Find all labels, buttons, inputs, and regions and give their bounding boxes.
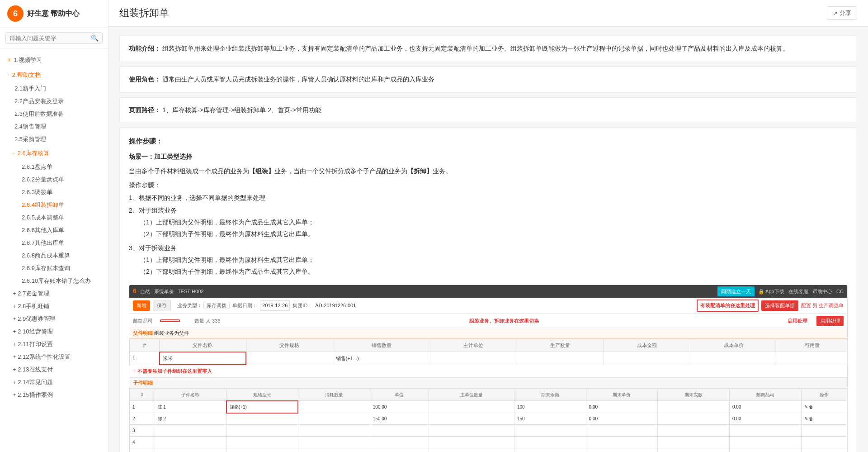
sim-th-parent-name: 父件名称	[160, 339, 246, 352]
sidebar-item-coupon[interactable]: + 2.9优惠券管理	[0, 313, 108, 325]
path-text: 1、库存核算->库存管理->组装拆卸单 2、首页->常用功能	[162, 106, 321, 114]
share-label: 分享	[840, 9, 851, 17]
step1: 1、根据不同的业务，选择不同单据的类型来处理	[129, 193, 848, 204]
sidebar-item-purchase[interactable]: 2.5采购管理	[0, 133, 108, 146]
sidebar-item-custom[interactable]: + 2.12系统个性化设置	[0, 351, 108, 363]
sim-form-type-val: 库存调拨	[203, 302, 230, 309]
sim-date-val: 2019-12-26	[260, 300, 290, 311]
sidebar-item-transfer[interactable]: 2.6.3调拨单	[0, 186, 108, 199]
sim-choose-btn: 选择装配单据	[761, 300, 798, 311]
sim-title: 自然 系统单价	[140, 287, 174, 296]
sidebar-item-cases[interactable]: + 2.15操作案例	[0, 389, 108, 401]
scene-desc: 当由多个子件材料组装成一个成品的业务为【组装】业务，当由一个父件拆分成多个子产品…	[129, 166, 848, 177]
sim-group-label: 集团ID：	[292, 301, 312, 310]
sim-annotation-3: 启用处理	[788, 317, 807, 325]
sidebar-item-other-out[interactable]: 2.6.7其他出库单	[0, 237, 108, 249]
step3: 3、对于拆装业务	[129, 243, 848, 254]
sim-store-id: TEST-H002	[178, 287, 203, 296]
role-label: 使用角色：	[129, 76, 160, 83]
intro-card: 功能介绍： 组装拆卸单用来处理企业组装或拆卸等加工业务，支持有固定装配清单的产品…	[119, 36, 857, 62]
intro-text: 组装拆卸单用来处理企业组装或拆卸等加工业务，支持有固定装配清单的产品加工业务，也…	[162, 45, 789, 52]
sidebar-item-sales[interactable]: 2.4销售管理	[0, 120, 108, 133]
sidebar-item-cost-recalc[interactable]: 2.6.8商品成本重算	[0, 249, 108, 262]
intro-label: 功能介绍：	[129, 45, 160, 52]
sidebar-item-video-learning[interactable]: + 1.视频学习	[0, 52, 108, 67]
sim-th-unit-cost: 成本单价	[690, 339, 777, 352]
table-row: 1 米米 销售(+1...)	[130, 352, 847, 365]
sim-annotation-1: 有装配清单的在这里处理	[697, 300, 759, 312]
expand-icon: +	[7, 55, 11, 65]
sim-btn-save: 保存	[153, 300, 171, 311]
sim-new-btn: 同期建立一天	[717, 286, 755, 297]
sidebar-item-data-prep[interactable]: 2.3使用前数据准备	[0, 108, 108, 120]
sidebar-item-install[interactable]: 2.2产品安装及登录	[0, 95, 108, 108]
sim-sublabel: 邮筒品司	[133, 317, 153, 325]
sidebar-item-beginner[interactable]: 2.1新手入门	[0, 82, 108, 95]
role-text: 通常由生产人员或库管人员完成拆装业务的操作，库管人员确认原材料的出库和产成品的入…	[162, 76, 434, 83]
search-box: 🔍	[0, 28, 108, 49]
sidebar-item-finance[interactable]: + 2.7资金管理	[0, 287, 108, 300]
sidebar-item-mobile[interactable]: + 2.8手机旺铺	[0, 300, 108, 313]
main-header: 组装拆卸单 ↗ 分享	[108, 0, 868, 27]
sim-sub-input	[160, 319, 180, 322]
sidebar-item-stocktake[interactable]: 2.6.1盘点单	[0, 161, 108, 173]
app-title: 好生意 帮助中心	[27, 9, 80, 19]
sim-th: #	[130, 339, 160, 352]
steps-card: 操作步骤： 场景一：加工类型选择 当由多个子件材料组装成一个成品的业务为【组装】…	[119, 128, 857, 452]
sidebar-item-cost-adjust[interactable]: 2.6.5成本调整单	[0, 211, 108, 224]
sidebar-item-help-docs[interactable]: - 2.帮助文档	[0, 67, 108, 82]
annotation-4-label: 不需要添加子件组织在这里置零入	[137, 367, 212, 376]
sim-annotation-area: ↑ 不需要添加子件组织在这里置零入	[129, 365, 847, 377]
sim-screenshot: 6 自然 系统单价 TEST-H002 同期建立一天 🔒 App下载 在线客服 …	[129, 285, 847, 452]
table-row: 1 陈 1 规格(+1) 100.00 100 0.00 0.00 ✎ �	[130, 401, 847, 413]
share-icon: ↗	[833, 10, 838, 17]
sidebar-item-ledger-query[interactable]: 2.6.9库存账本查询	[0, 262, 108, 275]
arrow-icon-1: ↑	[133, 367, 136, 376]
steps-title: 操作步骤：	[129, 135, 848, 147]
sidebar-header: 6 好生意 帮助中心	[0, 0, 108, 28]
step2-item2: （2）下部明细为子件明细，最终作为原材料生成其它出库单。	[140, 229, 848, 240]
sidebar-item-partial-stocktake[interactable]: 2.6.2分量盘点单	[0, 173, 108, 186]
sidebar-item-print[interactable]: + 2.11打印设置	[0, 338, 108, 351]
disassemble-keyword: 【拆卸】	[407, 167, 433, 175]
sim-qty-label: 数量 人 336	[194, 317, 220, 325]
sim-form-type-label: 业务类型	[177, 303, 197, 308]
share-button[interactable]: ↗ 分享	[827, 6, 857, 20]
sim-table2-header: 子件明细	[129, 377, 847, 389]
step3-item2: （2）下部明细为子件明细，最终作为产成品生成其它入库单。	[140, 266, 848, 277]
step2: 2、对于组装业务	[129, 205, 848, 216]
sim-table1: # 父件名称 父件规格 销售数量 主计单位 生产数量 成本金额 成本单价 可用量	[129, 339, 847, 365]
sim-top-bar: 6 自然 系统单价 TEST-H002 同期建立一天 🔒 App下载 在线客服 …	[129, 285, 847, 298]
main-area: 组装拆卸单 ↗ 分享 功能介绍： 组装拆卸单用来处理企业组装或拆卸等加工业务，支…	[108, 0, 868, 452]
sidebar-item-operations[interactable]: + 2.10经营管理	[0, 325, 108, 338]
nav-tree: + 1.视频学习 - 2.帮助文档 2.1新手入门 2.2产品安装及登录 2.3…	[0, 49, 108, 452]
main-content: 功能介绍： 组装拆卸单用来处理企业组装或拆卸等加工业务，支持有固定装配清单的产品…	[108, 27, 868, 452]
path-card: 页面路径： 1、库存核算->库存管理->组装拆卸单 2、首页->常用功能	[119, 97, 857, 124]
sim-th-qty: 销售数量	[333, 339, 430, 352]
sidebar-item-other-in[interactable]: 2.6.6其他入库单	[0, 224, 108, 237]
sim-apply-btn: 启用处理	[816, 316, 844, 326]
sidebar-item-ledger-fix[interactable]: 2.6.10库存账本错了怎么办	[0, 275, 108, 287]
sim-group-val: AD-20191226-001	[315, 301, 356, 310]
collapse-icon: -	[7, 70, 9, 80]
step3-item1: （1）上部明细为父件明细，最终作为原材料生成其它出库单；	[140, 255, 848, 266]
sim-th-unit: 主计单位	[430, 339, 517, 352]
sidebar-item-assembly[interactable]: 2.6.4组装拆卸单	[0, 199, 108, 211]
sim-th-avail: 可用量	[777, 339, 847, 352]
sidebar-item-faq[interactable]: + 2.14常见问题	[0, 376, 108, 389]
table-row: 2 陈 2 150.00 150 0.00 0.00 ✎ 🗑	[130, 413, 847, 425]
search-icon[interactable]: 🔍	[91, 34, 99, 42]
sim-th-prod-qty: 生产数量	[517, 339, 604, 352]
scene-title: 场景一：加工类型选择	[129, 152, 848, 162]
sidebar: 6 好生意 帮助中心 🔍 + 1.视频学习 - 2.帮助文档 2.1新手入门 2…	[0, 0, 108, 452]
step-sub-title: 操作步骤：	[129, 180, 848, 191]
search-wrap[interactable]: 🔍	[5, 32, 103, 44]
table-row: 3	[130, 425, 847, 437]
sim-th-cost: 成本金额	[604, 339, 690, 352]
table-row: 4	[130, 437, 847, 448]
sim-table1-header: 父件明细 组装业务为父件	[129, 328, 847, 339]
sidebar-item-inventory[interactable]: - 2.6库存核算	[0, 146, 108, 161]
search-input[interactable]	[9, 35, 91, 42]
sim-sep: 配置 另 生产调查单	[801, 301, 844, 310]
sidebar-item-payment[interactable]: + 2.13在线支付	[0, 363, 108, 376]
